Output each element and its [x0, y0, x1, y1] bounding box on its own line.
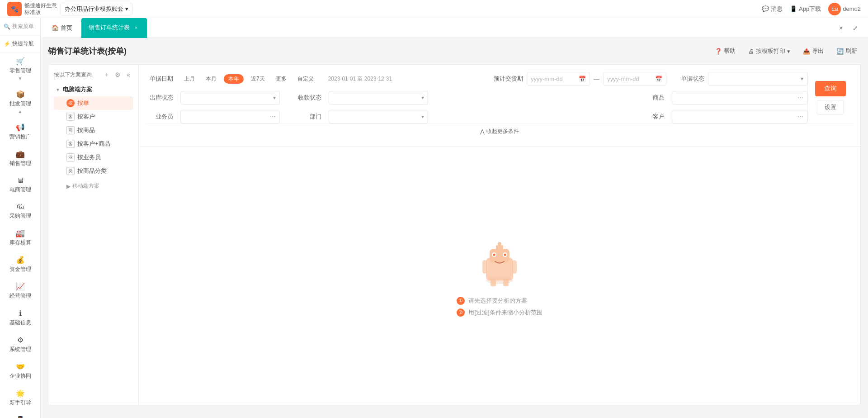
category-icon: 类 [66, 167, 75, 175]
sidebar-item-basic[interactable]: ℹ 基础信息 [0, 304, 40, 331]
hint-2-num: ② [457, 309, 465, 317]
goods-input[interactable]: ··· [672, 91, 807, 104]
customer-icon: 客 [66, 113, 75, 121]
collapse-filters-button[interactable]: ⋀ 收起更多条件 [146, 124, 853, 139]
chevron-up-icon: ▲ [18, 109, 23, 114]
sidebar-quick-nav[interactable]: ⚡ 快捷导航 [0, 35, 40, 52]
sidebar-item-wholesale[interactable]: 📦 批发管理 ▲ [0, 86, 40, 119]
inventory-icon: 🏭 [16, 229, 25, 238]
svg-rect-11 [491, 278, 496, 286]
sidebar-item-ecommerce[interactable]: 🖥 电商管理 [0, 172, 40, 198]
user-menu[interactable]: Ea demo2 [828, 3, 861, 15]
chevron-down-icon: ▾ [801, 76, 803, 82]
sidebar-item-finance[interactable]: 💰 资金管理 [0, 251, 40, 278]
collapse-icon: ⋀ [480, 128, 485, 135]
plus-icon: + [105, 71, 108, 78]
svg-rect-9 [482, 260, 487, 274]
salesperson-input[interactable]: ··· [180, 110, 280, 124]
pc-group-header[interactable]: ▼ 电脑端方案 [54, 83, 133, 96]
solution-item-customer-goods[interactable]: 客 按客户+商品 [54, 137, 133, 151]
export-button[interactable]: 📤 导出 [799, 45, 827, 57]
add-solution-button[interactable]: + [102, 70, 111, 79]
sidebar-item-sales[interactable]: 💼 销售管理 [0, 145, 40, 172]
sidebar-item-ops[interactable]: 📈 经营管理 [0, 278, 40, 304]
payment-status-select[interactable]: ▾ [329, 91, 428, 104]
message-icon: 💬 [762, 5, 769, 12]
date-btn-this-year[interactable]: 本年 [224, 74, 244, 84]
svg-rect-7 [496, 245, 503, 250]
expected-date-end[interactable]: yyyy-mm-dd 📅 [603, 72, 666, 86]
gear-icon: ⚙ [115, 71, 121, 78]
tab-sales-order-stats[interactable]: 销售订单统计表 × [81, 18, 147, 38]
message-button[interactable]: 💬 消息 [762, 5, 783, 13]
date-btn-last-month[interactable]: 上月 [180, 74, 198, 84]
empty-hints: ① 请先选择要分析的方案 ② 用[过滤]条件来缩小分析范围 [457, 297, 542, 317]
tab-home[interactable]: 🏠 首页 [44, 18, 80, 38]
ecommerce-icon: 🖥 [17, 176, 24, 185]
query-button[interactable]: 查询 [815, 81, 846, 96]
home-icon: 🏠 [52, 24, 59, 31]
sidebar-item-system[interactable]: ⚙ 系统管理 [0, 331, 40, 358]
maximize-window-button[interactable]: ⤢ [850, 23, 861, 33]
collapse-panel-button[interactable]: « [124, 70, 133, 79]
sidebar-item-apps[interactable]: 📱 应用中心 [0, 411, 40, 418]
chevron-down-icon: ▾ [273, 95, 276, 101]
solution-item-salesperson[interactable]: 业 按业务员 [54, 151, 133, 164]
sidebar-item-marketing[interactable]: 📢 营销推广 [0, 119, 40, 145]
refresh-button[interactable]: 🔄 刷新 [833, 45, 861, 57]
maximize-icon: ⤢ [853, 24, 858, 32]
sidebar-item-retail[interactable]: 🛒 零售管理 ▼ [0, 52, 40, 86]
solution-item-category[interactable]: 类 按商品分类 [54, 164, 133, 178]
date-btn-more[interactable]: 更多 [272, 74, 290, 84]
app-selector[interactable]: 办公用品行业模拟账套 ▾ [61, 3, 132, 15]
sidebar-item-inventory[interactable]: 🏭 库存核算 [0, 224, 40, 251]
sales-icon: 💼 [16, 150, 25, 158]
sidebar: 🔍 搜索菜单 ⚡ 快捷导航 🛒 零售管理 ▼ 📦 批发管理 ▲ 📢 营销推广 💼… [0, 18, 41, 418]
help-button[interactable]: ❓ 帮助 [711, 45, 739, 57]
chevron-down-icon: ▾ [787, 48, 790, 55]
expected-date-start[interactable]: yyyy-mm-dd 📅 [527, 72, 590, 86]
sidebar-search[interactable]: 🔍 搜索菜单 [0, 18, 40, 35]
customer-input[interactable]: ··· [672, 110, 807, 124]
solution-item-order[interactable]: 按 按单 [54, 96, 133, 110]
page-actions: ❓ 帮助 🖨 按模板打印 ▾ 📤 导出 🔄 刷新 [711, 45, 861, 57]
tab-bar: 🏠 首页 销售订单统计表 × × ⤢ [41, 18, 868, 38]
date-btn-this-month[interactable]: 本月 [202, 74, 220, 84]
logo-text: 畅捷通好生意 标准版 [24, 2, 57, 15]
topbar-left: 🐾 畅捷通好生意 标准版 办公用品行业模拟账套 ▾ [7, 2, 132, 16]
bill-status-select[interactable]: ▾ [708, 72, 807, 86]
mobile-solution-group: ▶ 移动端方案 [57, 180, 133, 193]
department-select[interactable]: ▾ [329, 110, 428, 124]
panel-header: 按以下方案查询 + ⚙ « [54, 70, 133, 79]
newbie-icon: 🌟 [16, 389, 25, 398]
date-btn-custom[interactable]: 自定义 [294, 74, 317, 84]
sidebar-item-cooperation[interactable]: 🤝 企业协同 [0, 358, 40, 385]
settings-button[interactable]: 设置 [817, 100, 844, 114]
calendar-icon: 📅 [579, 76, 586, 82]
download-icon: 📱 [790, 5, 797, 12]
settings-solution-button[interactable]: ⚙ [113, 70, 122, 79]
out-status-select[interactable]: ▾ [180, 91, 280, 104]
page-title: 销售订单统计表(按单) [48, 46, 127, 57]
search-icon: 🔍 [4, 24, 10, 30]
tab-close-icon[interactable]: × [132, 24, 140, 31]
solution-item-goods[interactable]: 商 按商品 [54, 124, 133, 137]
template-print-button[interactable]: 🖨 按模板打印 ▾ [745, 45, 794, 57]
collapse-icon: « [127, 71, 130, 78]
empty-illustration [472, 235, 527, 290]
filter-row-2: 出库状态 ▾ 收款状态 ▾ [146, 91, 807, 104]
sidebar-item-newbie[interactable]: 🌟 新手引导 [0, 385, 40, 411]
svg-rect-12 [503, 278, 509, 286]
svg-point-8 [498, 242, 501, 246]
sidebar-item-purchase[interactable]: 🛍 采购管理 [0, 198, 40, 224]
close-window-button[interactable]: × [835, 23, 846, 33]
chevron-down-icon: ▼ [18, 76, 23, 81]
solution-item-customer[interactable]: 客 按客户 [54, 110, 133, 124]
goods-select-icon: ··· [797, 94, 803, 102]
retail-icon: 🛒 [16, 57, 25, 66]
filter-row-1: 单据日期 上月 本月 本年 近7天 更多 自定义 [146, 72, 807, 86]
date-btn-7days[interactable]: 近7天 [247, 74, 269, 84]
purchase-icon: 🛍 [17, 203, 24, 211]
mobile-group-header[interactable]: ▶ 移动端方案 [57, 180, 133, 193]
app-download-button[interactable]: 📱 App下载 [790, 5, 821, 13]
